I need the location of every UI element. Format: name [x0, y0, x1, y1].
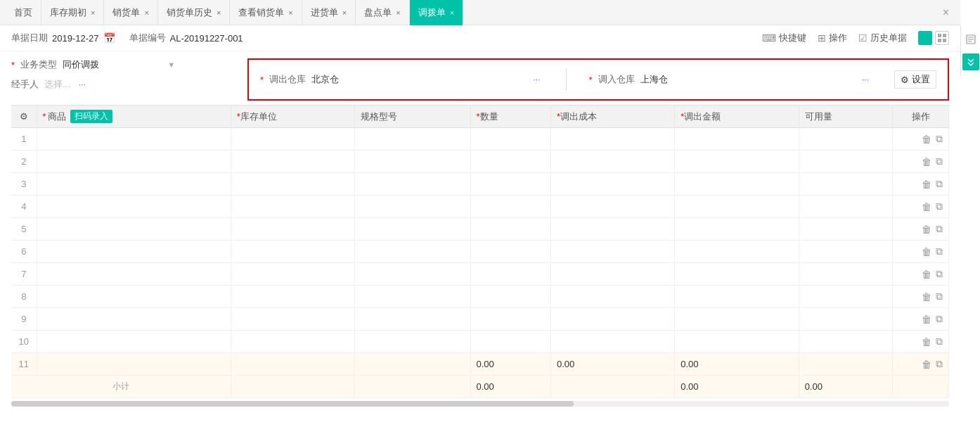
copy-icon[interactable]: ⧉ [936, 133, 943, 145]
person-placeholder[interactable]: 选择... [44, 78, 70, 91]
list-view-btn[interactable] [918, 31, 932, 45]
tab-view-sales[interactable]: 查看销货单 × [230, 0, 302, 25]
th-transfer-amount: *调出金额 [675, 106, 799, 128]
close-tab-1[interactable]: × [91, 8, 95, 17]
th-settings[interactable]: ⚙ [11, 106, 37, 128]
delete-icon[interactable]: 🗑 [922, 201, 931, 212]
copy-icon[interactable]: ⧉ [936, 336, 943, 348]
close-tab-5[interactable]: × [342, 8, 347, 17]
transfer-out-label: 调出仓库 [269, 73, 306, 86]
transfer-out-field: * 调出仓库 北京仓 ··· [260, 73, 543, 86]
tab-home[interactable]: 首页 [6, 0, 41, 25]
field-divider [566, 69, 567, 90]
transfer-in-field: * 调入仓库 上海仓 ··· [589, 73, 872, 86]
delete-icon[interactable]: 🗑 [922, 224, 931, 235]
tab-stocktake[interactable]: 盘点单 × [356, 0, 409, 25]
delete-icon[interactable]: 🗑 [922, 359, 931, 370]
number-field-group: 单据编号 AL-20191227-001 [129, 32, 243, 44]
tab-inventory-init[interactable]: 库存期初 × [41, 0, 104, 25]
horizontal-scrollbar[interactable] [11, 401, 949, 407]
th-quantity: *数量 [470, 106, 550, 128]
close-tab-7[interactable]: × [450, 8, 454, 17]
operation-icon: ⊞ [818, 32, 826, 44]
scrollbar-thumb[interactable] [11, 401, 574, 407]
transfer-in-star: * [589, 75, 593, 85]
copy-icon[interactable]: ⧉ [936, 200, 943, 212]
close-tab-3[interactable]: × [217, 8, 221, 17]
delete-icon[interactable]: 🗑 [922, 134, 931, 145]
table-row: 6🗑⧉ [11, 241, 949, 263]
table-settings-icon: ⚙ [20, 111, 28, 122]
subtotal-row: 11 0.00 0.00 0.00 🗑⧉ [11, 353, 949, 376]
transfer-in-value[interactable]: 上海仓 [640, 73, 853, 86]
delete-icon[interactable]: 🗑 [922, 269, 931, 280]
copy-icon[interactable]: ⧉ [936, 178, 943, 190]
tab-purchase[interactable]: 进货单 × [302, 0, 356, 25]
delete-icon[interactable]: 🗑 [922, 314, 931, 325]
scan-entry-button[interactable]: 扫码录入 [70, 110, 112, 123]
table-row: 7🗑⧉ [11, 263, 949, 286]
close-tab-4[interactable]: × [288, 8, 292, 17]
transfer-out-value[interactable]: 北京仓 [311, 73, 524, 86]
close-tab-6[interactable]: × [396, 8, 400, 17]
tab-sales-order[interactable]: 销货单 × [104, 0, 157, 25]
delete-icon[interactable]: 🗑 [922, 336, 931, 348]
close-tab-2[interactable]: × [144, 8, 148, 17]
transfer-out-more-btn[interactable]: ··· [530, 75, 543, 84]
date-label: 单据日期 [11, 32, 48, 44]
calendar-icon[interactable]: 📅 [103, 32, 115, 44]
history-icon: ☑ [858, 32, 868, 44]
transfer-in-more-btn[interactable]: ··· [859, 75, 872, 84]
copy-icon[interactable]: ⧉ [936, 223, 943, 235]
delete-icon[interactable]: 🗑 [922, 179, 931, 190]
delete-icon[interactable]: 🗑 [922, 246, 931, 257]
date-value[interactable]: 2019-12-27 [52, 33, 99, 44]
transfer-warehouse-box: * 调出仓库 北京仓 ··· * 调入仓库 上海仓 ··· ⚙ 设置 [247, 58, 949, 101]
data-table: ⚙ * 商品 扫码录入 *库存单位 规格型号 *数量 [11, 105, 949, 398]
right-sidebar [960, 25, 980, 76]
th-product: * 商品 扫码录入 [37, 106, 231, 128]
operation-action[interactable]: ⊞ 操作 [818, 32, 847, 44]
number-value: AL-20191227-001 [170, 33, 243, 44]
copy-icon[interactable]: ⧉ [936, 155, 943, 167]
tab-sales-history[interactable]: 销货单历史 × [158, 0, 230, 25]
close-all-tabs[interactable]: × [937, 6, 955, 19]
copy-icon[interactable]: ⧉ [936, 358, 943, 370]
form-area: * 业务类型 同价调拨 ▼ 经手人 选择... ··· * 调出仓库 北京仓 ·… [0, 51, 960, 105]
shortcut-icon: ⌨ [762, 32, 776, 44]
person-label: 经手人 [11, 78, 39, 91]
business-type-star: * [11, 60, 15, 70]
delete-icon[interactable]: 🗑 [922, 156, 931, 167]
table-row: 5🗑⧉ [11, 218, 949, 241]
table-row: 2🗑⧉ [11, 151, 949, 173]
th-transfer-cost: *调出成本 [550, 106, 674, 128]
tab-transfer[interactable]: 调拨单 × [410, 0, 463, 25]
th-operations: 操作 [893, 106, 949, 128]
sidebar-notes-icon[interactable] [962, 31, 979, 48]
copy-icon[interactable]: ⧉ [936, 246, 943, 257]
scroll-area[interactable] [0, 398, 960, 407]
business-type-select[interactable]: 同价调拨 ▼ [63, 58, 175, 71]
view-toggle [918, 31, 949, 45]
toolbar-right: ⌨ 快捷键 ⊞ 操作 ☑ 历史单据 [762, 31, 949, 45]
grid-icon [938, 34, 946, 42]
svg-rect-3 [943, 39, 946, 42]
history-action[interactable]: ☑ 历史单据 [858, 32, 907, 44]
delete-icon[interactable]: 🗑 [922, 291, 931, 302]
table-area: ⚙ * 商品 扫码录入 *库存单位 规格型号 *数量 [0, 105, 960, 398]
copy-icon[interactable]: ⧉ [936, 291, 943, 302]
shortcut-action[interactable]: ⌨ 快捷键 [762, 32, 806, 44]
tab-bar: 首页 库存期初 × 销货单 × 销货单历史 × 查看销货单 × 进货单 × 盘点… [0, 0, 960, 25]
svg-rect-0 [938, 34, 941, 37]
table-row: 8🗑⧉ [11, 286, 949, 308]
business-type-label: 业务类型 [20, 58, 57, 71]
table-row: 10🗑⧉ [11, 331, 949, 353]
sidebar-expand-icon[interactable] [962, 53, 979, 70]
gear-icon: ⚙ [901, 75, 909, 85]
settings-button[interactable]: ⚙ 设置 [894, 70, 936, 89]
copy-icon[interactable]: ⧉ [936, 268, 943, 280]
person-more-btn[interactable]: ··· [76, 79, 89, 89]
grid-view-btn[interactable] [935, 31, 949, 45]
th-available: 可用量 [799, 106, 892, 128]
copy-icon[interactable]: ⧉ [936, 313, 943, 325]
